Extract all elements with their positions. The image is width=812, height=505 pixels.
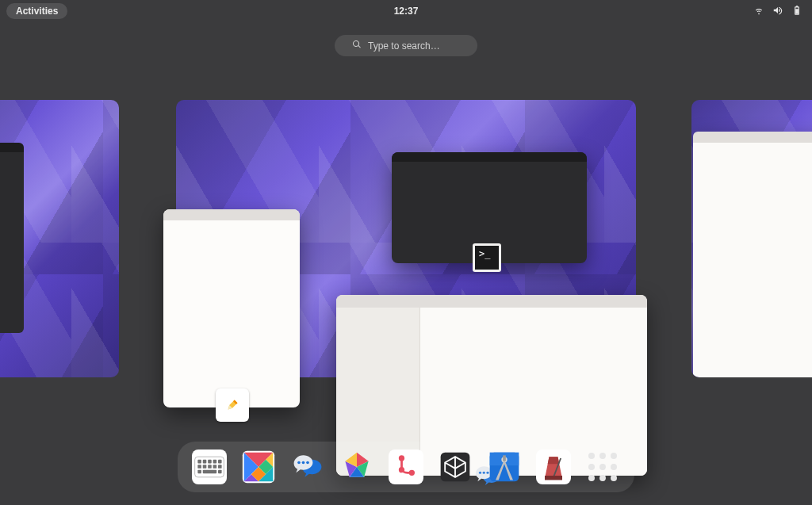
svg-rect-11	[197, 465, 201, 469]
svg-point-29	[306, 461, 309, 465]
activities-label: Activities	[16, 6, 58, 17]
svg-rect-15	[218, 465, 222, 469]
svg-rect-8	[208, 460, 212, 464]
workspace-left[interactable]	[0, 100, 119, 377]
gitg-icon[interactable]	[389, 450, 423, 484]
color-picker-icon[interactable]	[339, 450, 374, 484]
workspace-right[interactable]	[691, 100, 812, 377]
svg-rect-16	[197, 470, 201, 474]
wifi-icon	[753, 5, 764, 18]
search-icon	[352, 40, 362, 52]
svg-point-39	[409, 470, 415, 476]
svg-rect-10	[218, 460, 222, 464]
svg-rect-13	[208, 465, 212, 469]
terminal-icon: >_	[473, 243, 501, 272]
text-editor-window[interactable]	[163, 209, 300, 407]
show-apps-icon[interactable]	[585, 450, 620, 484]
terminal-window-fragment[interactable]	[0, 143, 24, 333]
svg-rect-9	[213, 460, 217, 464]
svg-rect-17	[203, 470, 216, 474]
status-area[interactable]	[753, 5, 806, 18]
window-titlebar	[392, 152, 587, 162]
window-fragment[interactable]	[693, 132, 812, 377]
dash	[178, 442, 634, 492]
volume-icon	[772, 5, 783, 18]
on-screen-keyboard-icon[interactable]	[192, 450, 227, 484]
window-titlebar	[336, 295, 647, 308]
clock-text: 12:37	[394, 6, 419, 17]
svg-rect-36	[392, 453, 421, 482]
top-bar: Activities 12:37	[0, 0, 812, 22]
svg-rect-6	[197, 460, 201, 464]
chat-icon[interactable]	[290, 450, 325, 484]
svg-rect-14	[213, 465, 217, 469]
search-bar[interactable]: Type to search…	[335, 35, 477, 56]
svg-rect-7	[203, 460, 207, 464]
terminal-prompt-glyph: >_	[479, 249, 490, 258]
svg-point-38	[399, 467, 404, 472]
svg-rect-0	[795, 9, 799, 13]
svg-point-28	[302, 461, 305, 465]
metronome-icon[interactable]	[536, 450, 571, 484]
text-editor-icon	[216, 388, 249, 422]
window-titlebar	[163, 209, 300, 220]
svg-rect-18	[218, 470, 222, 474]
svg-rect-12	[203, 465, 207, 469]
activities-button[interactable]: Activities	[6, 3, 67, 19]
search-placeholder: Type to search…	[368, 40, 440, 52]
clock[interactable]: 12:37	[394, 6, 419, 17]
svg-point-37	[399, 455, 404, 461]
tangram-icon[interactable]	[241, 450, 276, 484]
workspaces-overview: >_	[0, 76, 812, 409]
boxes-icon[interactable]	[438, 450, 473, 484]
svg-rect-47	[545, 476, 562, 480]
drafting-compass-icon[interactable]	[487, 450, 522, 484]
svg-point-27	[297, 461, 301, 465]
battery-icon	[791, 5, 802, 18]
svg-rect-44	[503, 455, 506, 461]
